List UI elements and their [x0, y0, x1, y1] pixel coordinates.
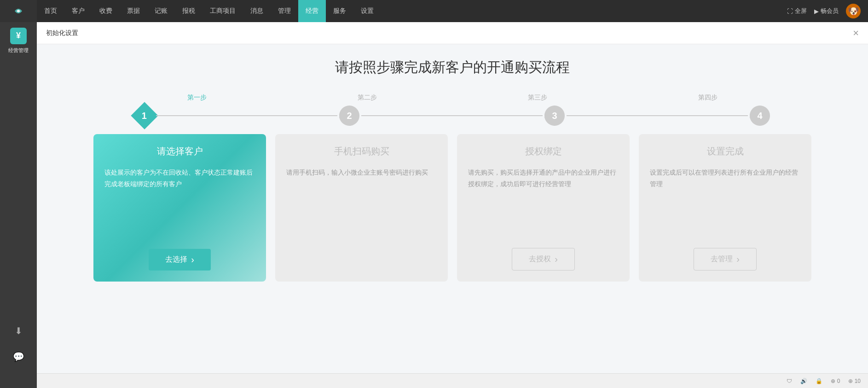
avatar[interactable]: 🐶 [846, 4, 861, 18]
nav-item-记账[interactable]: 记账 [147, 0, 175, 22]
step4-btn-area: 去管理 › [650, 248, 800, 270]
nav-item-票据[interactable]: 票据 [120, 0, 147, 22]
step2-indicator: 2 [339, 106, 359, 126]
step1-label: 第一步 [112, 94, 282, 102]
page-header: 初始化设置 × [37, 22, 868, 44]
step2-card-desc: 请用手机扫码，输入小微企业主账号密码进行购买 [286, 167, 437, 270]
sidebar: ¥ 经营管理 ⬇ 💬 [0, 22, 37, 388]
fullscreen-btn[interactable]: ⛶ 全屏 [787, 7, 807, 15]
shield-icon: 🛡 [787, 378, 792, 384]
connector-2-3: › [361, 115, 543, 116]
nav-item-收费[interactable]: 收费 [92, 0, 120, 22]
download-icon: ⬇ [15, 325, 23, 336]
status-count2: ⊕ 10 [848, 378, 861, 384]
step2-card-title: 手机扫码购买 [286, 145, 437, 158]
cards-row: 请选择客户 该处展示的客户为不在回收站、客户状态正常建账后完成老板端绑定的所有客… [93, 134, 811, 282]
step4-card-title: 设置完成 [650, 145, 800, 158]
management-icon: ¥ [10, 28, 27, 44]
step2-card: 手机扫码购买 请用手机扫码，输入小微企业主账号密码进行购买 [275, 134, 448, 282]
sidebar-support-btn[interactable]: 💬 [0, 344, 37, 370]
lock-icon: 🔒 [816, 378, 822, 384]
step3-btn-area: 去授权 › [468, 248, 619, 270]
step3-label: 第三步 [452, 94, 623, 102]
sidebar-download-btn[interactable]: ⬇ [0, 318, 37, 344]
step3-card-desc: 请先购买，购买后选择开通的产品中的企业用户进行授权绑定，成功后即可进行经营管理 [468, 167, 619, 239]
nav-item-消息[interactable]: 消息 [243, 0, 271, 22]
sidebar-label: 经营管理 [8, 47, 29, 54]
nav-item-经营[interactable]: 经营 [298, 0, 326, 22]
nav-item-设置[interactable]: 设置 [353, 0, 381, 22]
step1-card-title: 请选择客户 [104, 145, 255, 158]
status-bar: ▶ 完成 🛡 🔊 🔒 ⊕ 0 ⊕ 10 [0, 373, 868, 388]
step3-card-title: 授权绑定 [468, 145, 619, 158]
step4-card-desc: 设置完成后可以在管理列表进行所有企业用户的经营管理 [650, 167, 800, 239]
page-title: 初始化设置 [46, 29, 78, 37]
nav-item-首页[interactable]: 首页 [37, 0, 64, 22]
connector-3-4: › [567, 115, 748, 116]
step3-btn[interactable]: 去授权 › [512, 248, 575, 270]
status-right: 🛡 🔊 🔒 ⊕ 0 ⊕ 10 [787, 378, 861, 384]
step4-label: 第四步 [623, 94, 793, 102]
nav-item-工商项目[interactable]: 工商项目 [203, 0, 243, 22]
fullscreen-icon: ⛶ [787, 8, 793, 15]
vip-btn[interactable]: ▶ 畅会员 [814, 7, 839, 15]
step3-card: 授权绑定 请先购买，购买后选择开通的产品中的企业用户进行授权绑定，成功后即可进行… [457, 134, 630, 282]
nav-item-服务[interactable]: 服务 [326, 0, 353, 22]
nav-item-客户[interactable]: 客户 [64, 0, 92, 22]
connector-1-2: › [156, 115, 337, 116]
sidebar-item-management[interactable]: ¥ 经营管理 [0, 22, 37, 59]
nav-item-管理[interactable]: 管理 [271, 0, 298, 22]
step4-btn[interactable]: 去管理 › [694, 248, 757, 270]
step-labels-row: 第一步 第二步 第三步 第四步 [93, 94, 811, 102]
step1-indicator: 1 [135, 106, 154, 125]
steps-section: 第一步 第二步 第三步 第四步 1 › 2 [93, 94, 811, 282]
support-icon: 💬 [13, 351, 24, 362]
step4-indicator: 4 [750, 106, 770, 126]
status-count1: ⊕ 0 [831, 378, 840, 384]
content-area: 请按照步骤完成新客户的开通购买流程 第一步 第二步 第三步 第四步 1 [37, 44, 868, 373]
main-title: 请按照步骤完成新客户的开通购买流程 [335, 58, 570, 77]
step1-btn-area: 去选择 › [104, 249, 255, 270]
close-button[interactable]: × [853, 28, 859, 38]
volume-icon: 🔊 [800, 378, 807, 384]
nav-item-报税[interactable]: 报税 [175, 0, 203, 22]
nav-logo [0, 0, 37, 22]
step3-indicator: 3 [544, 106, 565, 126]
step1-card-desc: 该处展示的客户为不在回收站、客户状态正常建账后完成老板端绑定的所有客户 [104, 167, 255, 240]
step2-label: 第二步 [282, 94, 452, 102]
main-content: 初始化设置 × 请按照步骤完成新客户的开通购买流程 第一步 第二步 第三步 第四… [37, 22, 868, 373]
steps-track: 1 › 2 › 3 › 4 [93, 106, 811, 126]
step4-card: 设置完成 设置完成后可以在管理列表进行所有企业用户的经营管理 去管理 › [639, 134, 811, 282]
step1-btn[interactable]: 去选择 › [149, 249, 211, 270]
vip-icon: ▶ [814, 8, 819, 15]
step1-card: 请选择客户 该处展示的客户为不在回收站、客户状态正常建账后完成老板端绑定的所有客… [93, 134, 266, 282]
